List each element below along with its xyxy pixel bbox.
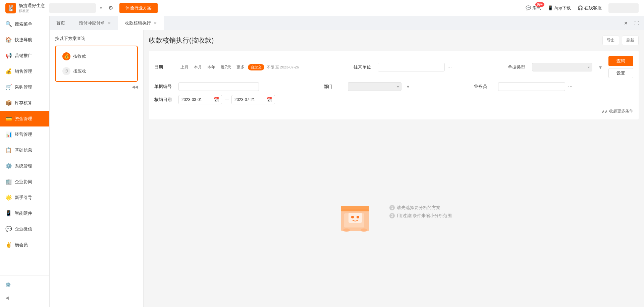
- date-opt-this-month[interactable]: 本月: [192, 64, 204, 71]
- tab-close-window[interactable]: ✕: [621, 18, 631, 28]
- page-actions: 导出 刷新: [602, 36, 639, 45]
- sidebar-item-hardware[interactable]: 📱 智能硬件: [0, 205, 49, 221]
- sidebar-item-basicinfo[interactable]: 📋 基础信息: [0, 142, 49, 158]
- doc-type-label: 单据类型: [508, 64, 527, 70]
- verify-date-start[interactable]: 2023-03-01 📅: [178, 95, 222, 104]
- tab-home[interactable]: 首页: [50, 16, 72, 30]
- dept-select-wrapper: [348, 82, 401, 91]
- counterpart-input-group: ···: [378, 63, 453, 71]
- collapse-btn[interactable]: ∧∧ 收起更多条件: [602, 108, 633, 114]
- date-options: 上月 本月 本年 近7天 更多 自定义 不限 至 2023-07-26: [178, 64, 299, 71]
- sidebar-item-search[interactable]: 🔍 搜索菜单: [0, 16, 49, 32]
- date-range-text: 不限 至 2023-07-26: [267, 65, 299, 70]
- date-opt-last-month[interactable]: 上月: [178, 64, 191, 71]
- collapse-row: ∧∧ 收起更多条件: [154, 108, 633, 114]
- app-download-btn[interactable]: 📱 App下载: [548, 5, 571, 11]
- date-divider: —: [225, 97, 229, 102]
- sidebar-item-newbie[interactable]: 🌟 新手引导: [0, 190, 49, 205]
- sidebar-item-purchase[interactable]: 🛒 采购管理: [0, 79, 49, 95]
- basicinfo-icon: 📋: [5, 147, 11, 153]
- logo-icon: 🐰: [5, 3, 16, 13]
- tab-receive-label: 收款核销执行: [125, 20, 151, 26]
- dept-select[interactable]: [348, 82, 401, 91]
- staff-input[interactable]: [498, 82, 565, 91]
- sidebar-label-basicinfo: 基础信息: [15, 147, 32, 153]
- sidebar-item-inventory[interactable]: 📦 库存核算: [0, 95, 49, 111]
- date-opt-custom[interactable]: 自定义: [248, 64, 264, 70]
- date-opt-more[interactable]: 更多: [234, 64, 247, 71]
- date-opt-7d[interactable]: 近7天: [219, 64, 233, 71]
- page-header: 收款核销执行(按收款) 导出 刷新: [149, 36, 639, 45]
- sidebar-item-member[interactable]: ✌️ 畅会员: [0, 237, 49, 253]
- verify-date-end[interactable]: 2023-07-21 📅: [231, 95, 275, 104]
- tab-maximize[interactable]: ⛶: [632, 18, 641, 28]
- online-service-btn[interactable]: 🎧 在线客服: [578, 5, 602, 11]
- sidebar-item-marketing[interactable]: 📢 营销推广: [0, 48, 49, 63]
- dept-dropdown-icon[interactable]: ▾: [407, 84, 409, 89]
- sidebar-item-shortcut[interactable]: 🏠 快捷导航: [0, 32, 49, 48]
- cal-icon-end: 📅: [266, 97, 272, 102]
- panel-collapse-btn[interactable]: ◀◀: [55, 85, 138, 89]
- tab-prepay[interactable]: 预付冲应付单 ✕: [72, 16, 118, 30]
- svg-point-4: [351, 216, 354, 218]
- sidebar-label-finance: 资金管理: [15, 116, 32, 122]
- refresh-btn[interactable]: 刷新: [622, 36, 639, 45]
- tip-num-1: 1: [389, 205, 395, 210]
- panel-options: 💰 按收款 ⏱ 按应收: [55, 46, 138, 82]
- date-opt-this-year[interactable]: 本年: [205, 64, 217, 71]
- verify-date-end-text: 2023-07-21: [234, 97, 255, 102]
- empty-text: 1 请先选择要分析的方案 2 用[过滤]条件来缩小分析范围: [389, 205, 451, 221]
- sidebar-label-wechat: 企业微信: [15, 226, 32, 232]
- staff-ellipsis[interactable]: ···: [567, 84, 574, 90]
- dropdown-icon[interactable]: ▾: [100, 6, 102, 10]
- counterpart-ellipsis[interactable]: ···: [446, 64, 453, 70]
- service-icon: 🎧: [578, 5, 583, 10]
- tab-prepay-close[interactable]: ✕: [108, 21, 111, 25]
- option-by-receipt[interactable]: 💰 按收款: [58, 49, 135, 64]
- sidebar-item-enterprise[interactable]: 🏢 企业协同: [0, 174, 49, 190]
- doc-type-ellipsis[interactable]: ▾: [598, 64, 603, 70]
- sidebar-collapse-btn[interactable]: ◀: [0, 291, 49, 304]
- counterpart-label: 往来单位: [354, 64, 372, 70]
- svg-rect-1: [341, 206, 369, 211]
- filter-row-1: 日期 上月 本月 本年 近7天 更多 自定义 不限 至 2023-07-26 往…: [154, 56, 633, 78]
- doc-no-input[interactable]: [178, 82, 259, 91]
- tabbar: 首页 预付冲应付单 ✕ 收款核销执行 ✕ ✕ ⛶: [50, 16, 644, 30]
- doc-no-label: 单据编号: [154, 84, 173, 90]
- option-by-receivable[interactable]: ⏱ 按应收: [58, 64, 135, 79]
- tab-receive[interactable]: 收款核销执行 ✕: [118, 16, 164, 30]
- query-btn[interactable]: 查询: [608, 56, 633, 66]
- sidebar-item-finance[interactable]: 💳 资金管理: [0, 111, 49, 126]
- wechat-icon: 💬: [5, 226, 11, 232]
- sidebar-label-operation: 经营管理: [15, 132, 32, 138]
- tab-receive-close[interactable]: ✕: [154, 21, 157, 25]
- industry-btn[interactable]: 体验行业方案: [119, 3, 158, 13]
- hardware-icon: 📱: [5, 210, 11, 216]
- sidebar-item-operation[interactable]: 📊 经营管理: [0, 126, 49, 142]
- option-by-receivable-label: 按应收: [73, 68, 86, 74]
- sidebar-label-newbie: 新手引导: [15, 195, 32, 201]
- tip-num-2: 2: [389, 213, 395, 218]
- doc-type-select-wrapper: [532, 63, 592, 71]
- company-name[interactable]: [49, 3, 96, 13]
- option-by-receipt-label: 按收款: [73, 53, 86, 59]
- logo-area: 🐰 畅捷通好生意 标准版: [5, 3, 45, 13]
- filter-settings-btn[interactable]: 设置: [608, 68, 633, 78]
- user-name[interactable]: [608, 3, 639, 13]
- receipt-icon: 💰: [62, 52, 70, 60]
- tab-prepay-label: 预付冲应付单: [79, 20, 105, 26]
- message-btn[interactable]: 💬 消息 99+: [526, 5, 541, 11]
- doc-type-select[interactable]: [532, 63, 592, 71]
- sidebar-label-hardware: 智能硬件: [15, 210, 32, 216]
- sidebar-item-system[interactable]: ⚙️ 系统管理: [0, 158, 49, 174]
- topbar-right: 💬 消息 99+ 📱 App下载 🎧 在线客服: [526, 3, 639, 13]
- sidebar-item-sales[interactable]: 💰 销售管理: [0, 63, 49, 79]
- export-btn[interactable]: 导出: [602, 36, 619, 45]
- settings-icon[interactable]: ⚙: [106, 3, 115, 13]
- sidebar-label-enterprise: 企业协同: [15, 179, 32, 185]
- app-edition: 标准版: [19, 9, 45, 13]
- sidebar-item-wechat[interactable]: 💬 企业微信: [0, 221, 49, 237]
- sidebar-settings-btn[interactable]: ⚙️: [0, 278, 49, 291]
- topbar-left: 🐰 畅捷通好生意 标准版 ▾ ⚙ 体验行业方案: [5, 3, 158, 13]
- counterpart-input[interactable]: [378, 63, 445, 71]
